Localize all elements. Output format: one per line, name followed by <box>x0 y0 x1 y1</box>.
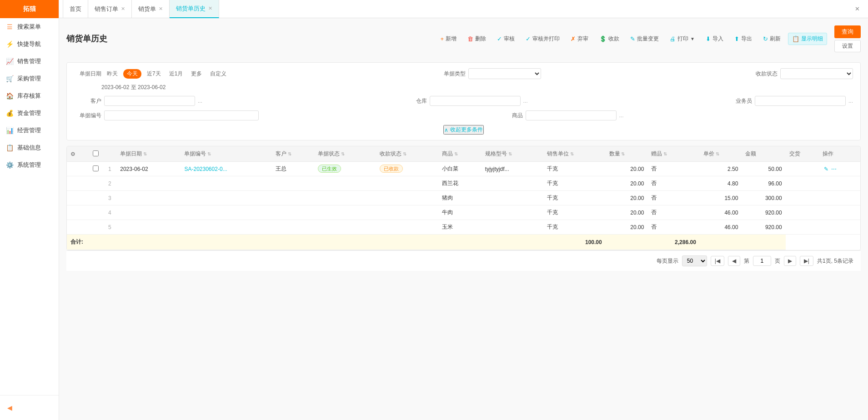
delete-button[interactable]: 🗑 删除 <box>464 33 490 45</box>
date-7days-btn[interactable]: 近7天 <box>144 69 164 79</box>
goods-ellipsis[interactable]: ... <box>619 112 624 119</box>
prev-page-btn[interactable]: ◀ <box>728 256 740 266</box>
col-spec[interactable]: 规格型号 <box>482 146 543 162</box>
col-doc-no[interactable]: 单据编号 <box>181 146 272 162</box>
col-quantity[interactable]: 数量 <box>606 146 648 162</box>
tab-sales-order-close[interactable]: ✕ <box>121 6 125 12</box>
col-goods[interactable]: 商品 <box>438 146 482 162</box>
payment-status-select[interactable] <box>780 68 853 79</box>
tab-close-all[interactable]: ✕ <box>850 5 864 12</box>
more-btn[interactable]: ⋯ <box>830 166 838 172</box>
salesperson-input[interactable] <box>755 96 846 106</box>
sales-icon: 📈 <box>5 57 14 65</box>
tab-sales-order[interactable]: 销售订单 ✕ <box>88 0 132 18</box>
batch-change-icon: ✎ <box>630 35 635 42</box>
export-label: 导出 <box>741 35 752 43</box>
audit-button[interactable]: ✓ 审核 <box>493 33 518 45</box>
sidebar-item-operations[interactable]: 📊 经营管理 <box>0 122 59 139</box>
quantity-cell: 20.00 <box>606 176 648 191</box>
select-all-checkbox[interactable] <box>93 150 99 156</box>
date-more-btn[interactable]: 更多 <box>188 69 205 79</box>
price-cell: 2.50 <box>700 162 742 176</box>
date-today-btn[interactable]: 今天 <box>123 69 141 79</box>
doc-no-link[interactable]: SA-20230602-0... <box>184 166 227 172</box>
collapse-icon: ◀ <box>5 404 14 412</box>
customer-cell <box>272 205 314 220</box>
setting-button[interactable]: 设置 <box>834 40 861 52</box>
tab-home[interactable]: 首页 <box>63 0 88 18</box>
spec-cell <box>482 220 543 235</box>
amount-cell: 920.00 <box>742 220 785 235</box>
per-page-select[interactable]: 50 100 200 <box>682 255 707 266</box>
goods-input[interactable] <box>526 110 617 120</box>
add-button[interactable]: + 新增 <box>437 33 461 45</box>
refresh-button[interactable]: ↻ 刷新 <box>759 33 784 45</box>
show-detail-button[interactable]: 📋 显示明细 <box>788 33 827 45</box>
sidebar-item-finance[interactable]: 💰 资金管理 <box>0 105 59 122</box>
query-button[interactable]: 查询 <box>834 25 861 38</box>
sidebar-item-label: 资金管理 <box>17 109 41 117</box>
sidebar-item-purchase-mgmt[interactable]: 🛒 采购管理 <box>0 70 59 87</box>
sidebar-item-quick-nav[interactable]: ⚡ 快捷导航 <box>0 35 59 53</box>
price-cell: 15.00 <box>700 191 742 205</box>
goods-cell: 西兰花 <box>438 176 482 191</box>
col-customer[interactable]: 客户 <box>272 146 314 162</box>
collect-button[interactable]: 💲 收款 <box>596 33 623 45</box>
sidebar-item-system-mgmt[interactable]: ⚙️ 系统管理 <box>0 156 59 174</box>
quick-nav-icon: ⚡ <box>5 40 14 48</box>
payment-status-filter-group: 收款状态 <box>750 68 853 79</box>
first-page-btn[interactable]: |◀ <box>711 256 724 266</box>
customer-ellipsis[interactable]: ... <box>198 98 202 104</box>
doc-type-filter-group: 单据类型 <box>438 68 541 79</box>
checkbox-cell <box>89 205 103 220</box>
gift-cell: 否 <box>647 205 699 220</box>
collapse-btn[interactable]: ∧ 收起更多条件 <box>443 125 484 135</box>
tab-sales-goods-close[interactable]: ✕ <box>159 6 163 12</box>
sidebar-item-search-menu[interactable]: ☰ 搜索菜单 <box>0 18 59 35</box>
tab-sales-history[interactable]: 销货单历史 ✕ <box>170 0 219 18</box>
edit-btn[interactable]: ✎ <box>823 166 830 172</box>
export-button[interactable]: ⬆ 导出 <box>731 33 756 45</box>
customer-input[interactable] <box>104 96 195 106</box>
total-records: 共1页, 5条记录 <box>817 257 853 265</box>
col-settings[interactable]: ⚙ <box>67 146 89 162</box>
doc-no-cell <box>181 176 272 191</box>
col-price[interactable]: 单价 <box>700 146 742 162</box>
date-yesterday-btn[interactable]: 昨天 <box>104 69 120 79</box>
batch-change-button[interactable]: ✎ 批量变更 <box>627 33 662 45</box>
audit-print-button[interactable]: ✓ 审核并打印 <box>522 33 563 45</box>
abandon-button[interactable]: ✗ 弃审 <box>567 33 592 45</box>
last-page-btn[interactable]: ▶| <box>800 256 813 266</box>
date-1month-btn[interactable]: 近1月 <box>166 69 186 79</box>
sidebar-item-sales-mgmt[interactable]: 📈 销售管理 <box>0 53 59 70</box>
warehouse-ellipsis[interactable]: ... <box>523 98 528 104</box>
row-checkbox[interactable] <box>93 165 99 171</box>
import-button[interactable]: ⬇ 导入 <box>702 33 727 45</box>
audit-print-label: 审核并打印 <box>532 35 560 43</box>
col-payment-status[interactable]: 收款状态 <box>376 146 438 162</box>
salesperson-ellipsis[interactable]: ... <box>848 98 853 104</box>
tab-sales-goods[interactable]: 销货单 ✕ <box>132 0 170 18</box>
page-number-input[interactable] <box>753 256 771 266</box>
sidebar-item-inventory[interactable]: 🏠 库存核算 <box>0 87 59 105</box>
print-button[interactable]: 🖨 打印 ▼ <box>666 33 698 45</box>
sidebar-item-basic-info[interactable]: 📋 基础信息 <box>0 139 59 156</box>
sidebar-collapse-btn[interactable]: ◀ <box>0 399 59 416</box>
warehouse-input[interactable] <box>430 96 521 106</box>
main-area: 首页 销售订单 ✕ 销货单 ✕ 销货单历史 ✕ ✕ 销货单历史 + 新增 <box>59 0 868 420</box>
col-date[interactable]: 单据日期 <box>116 146 181 162</box>
date-custom-btn[interactable]: 自定义 <box>207 69 229 79</box>
col-gift[interactable]: 赠品 <box>647 146 699 162</box>
doc-type-select[interactable] <box>468 68 541 79</box>
col-doc-status[interactable]: 单据状态 <box>314 146 376 162</box>
num-cell: 3 <box>103 191 116 205</box>
next-page-btn[interactable]: ▶ <box>784 256 796 266</box>
table-row: 4 牛肉 千克 20.00 否 46.00 920.00 <box>67 205 860 220</box>
customer-cell <box>272 176 314 191</box>
col-unit[interactable]: 销售单位 <box>543 146 605 162</box>
spec-cell <box>482 176 543 191</box>
show-detail-icon: 📋 <box>792 35 799 42</box>
tab-sales-order-label: 销售订单 <box>95 5 118 13</box>
tab-sales-history-close[interactable]: ✕ <box>208 5 212 11</box>
doc-number-input[interactable] <box>104 110 259 120</box>
